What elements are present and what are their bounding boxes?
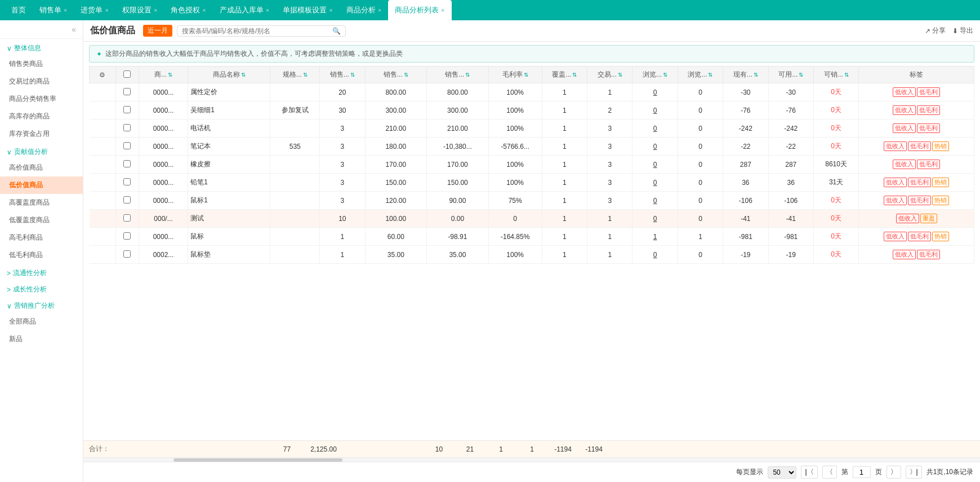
select-all-checkbox[interactable] [123, 70, 131, 78]
th-available-stock[interactable]: 可用...⇅ [768, 67, 813, 83]
sidebar-item-high-coverage[interactable]: 高覆盖度商品 [0, 194, 83, 211]
td-checkbox[interactable] [115, 120, 139, 138]
th-name[interactable]: 商品名称⇅ [188, 67, 270, 83]
browse-link[interactable]: 1 [653, 233, 657, 241]
row-checkbox[interactable] [123, 232, 131, 240]
browse-link[interactable]: 0 [653, 107, 657, 114]
td-checkbox[interactable] [115, 83, 139, 101]
search-icon[interactable]: 🔍 [332, 27, 341, 35]
browse-link[interactable]: 0 [653, 89, 657, 96]
nav-close-sales-order[interactable]: × [64, 7, 67, 14]
browse-link[interactable]: 0 [653, 251, 657, 259]
td-checkbox[interactable] [115, 101, 139, 120]
th-code[interactable]: 商...⇅ [139, 67, 188, 83]
nav-product-analysis-list[interactable]: 商品分析列表 × [388, 0, 451, 20]
td-checkbox[interactable] [115, 192, 139, 210]
th-settings[interactable]: ⚙ [90, 67, 116, 83]
nav-close-permission-settings[interactable]: × [154, 7, 157, 14]
th-sales3[interactable]: 销售...⇅ [427, 67, 489, 83]
td-trade: 1 [587, 83, 632, 101]
sidebar-item-high-inventory[interactable]: 高库存的商品 [0, 108, 83, 125]
th-spec[interactable]: 规格...⇅ [270, 67, 320, 83]
row-checkbox[interactable] [123, 178, 131, 185]
share-button[interactable]: ↗ 分享 [925, 26, 946, 36]
sidebar-item-sales-products[interactable]: 销售类商品 [0, 55, 83, 73]
sidebar-item-all-products[interactable]: 全部商品 [0, 313, 83, 330]
th-coverage[interactable]: 覆盖...⇅ [542, 67, 587, 83]
sidebar-item-category-sales-rate[interactable]: 商品分类销售率 [0, 90, 83, 108]
row-checkbox[interactable] [123, 250, 131, 258]
browse-link[interactable]: 0 [653, 179, 657, 187]
th-browse1[interactable]: 浏览...⇅ [632, 67, 678, 83]
nav-close-purchase-order[interactable]: × [105, 7, 108, 14]
page-number-input[interactable] [853, 466, 871, 478]
td-sales3: 150.00 [427, 174, 489, 192]
browse-link[interactable]: 0 [653, 197, 657, 205]
td-tags: 低收入重盈 [859, 210, 974, 228]
nav-close-role-auth[interactable]: × [202, 7, 206, 14]
nav-permission-settings[interactable]: 权限设置 × [115, 0, 164, 20]
sidebar-item-high-margin[interactable]: 高毛利商品 [0, 229, 83, 246]
browse-link[interactable]: 0 [653, 215, 657, 223]
row-checkbox[interactable] [123, 142, 131, 149]
td-checkbox[interactable] [115, 246, 139, 264]
nav-home[interactable]: 首页 [5, 0, 33, 20]
sidebar-group-title-contribution[interactable]: ∨ 贡献值分析 [0, 143, 83, 159]
td-checkbox[interactable] [115, 228, 139, 246]
sidebar-item-low-value[interactable]: 低价值商品 [0, 176, 83, 194]
nav-template-settings[interactable]: 单据模板设置 × [276, 0, 339, 20]
sidebar-item-low-coverage[interactable]: 低覆盖度商品 [0, 211, 83, 229]
nav-close-product-analysis[interactable]: × [378, 7, 381, 14]
td-checkbox[interactable] [115, 210, 139, 228]
nav-sales-order[interactable]: 销售单 × [33, 0, 74, 20]
last-page-btn[interactable]: 〉| [906, 466, 922, 479]
th-margin[interactable]: 毛利率⇅ [488, 67, 542, 83]
prev-page-btn[interactable]: 〈 [822, 466, 837, 479]
nav-product-analysis[interactable]: 商品分析 × [340, 0, 388, 20]
browse-link[interactable]: 0 [653, 125, 657, 132]
nav-role-auth[interactable]: 角色授权 × [164, 0, 212, 20]
sidebar-collapse-btn[interactable]: « [69, 23, 78, 36]
th-current-stock[interactable]: 现有...⇅ [723, 67, 768, 83]
th-browse2[interactable]: 浏览...⇅ [678, 67, 723, 83]
td-checkbox[interactable] [115, 174, 139, 192]
sidebar-item-low-margin[interactable]: 低毛利商品 [0, 246, 83, 264]
nav-purchase-order[interactable]: 进货单 × [74, 0, 115, 20]
row-checkbox[interactable] [123, 196, 131, 204]
th-sales1[interactable]: 销售...⇅ [320, 67, 365, 83]
page-label: 第 [841, 467, 848, 477]
nav-product-inbound[interactable]: 产成品入库单 × [213, 0, 276, 20]
sidebar-item-new-products[interactable]: 新品 [0, 330, 83, 348]
nav-close-product-inbound[interactable]: × [266, 7, 269, 14]
next-page-btn[interactable]: 〉 [887, 466, 901, 479]
row-checkbox[interactable] [123, 88, 131, 95]
sidebar-item-high-value[interactable]: 高价值商品 [0, 159, 83, 176]
sidebar-group-title-overall[interactable]: ∨ 整体信息 [0, 39, 83, 55]
period-button[interactable]: 近一月 [143, 25, 172, 37]
browse-link[interactable]: 0 [653, 143, 657, 151]
sidebar-group-title-marketing[interactable]: ∨ 营销推广分析 [0, 297, 83, 313]
th-tags[interactable]: 标签 [859, 67, 974, 83]
sidebar-item-traded-products[interactable]: 交易过的商品 [0, 73, 83, 90]
td-coverage: 1 [542, 246, 587, 264]
sidebar-group-title-growth[interactable]: > 成长性分析 [0, 280, 83, 297]
th-sales2[interactable]: 销售...⇅ [365, 67, 427, 83]
sidebar-item-inventory-capital[interactable]: 库存资金占用 [0, 125, 83, 143]
th-sellable-stock[interactable]: 可销...⇅ [813, 67, 858, 83]
row-checkbox[interactable] [123, 124, 131, 131]
browse-link[interactable]: 0 [653, 161, 657, 169]
th-trade[interactable]: 交易...⇅ [587, 67, 632, 83]
sidebar-group-title-circulation[interactable]: > 流通性分析 [0, 264, 83, 280]
row-checkbox[interactable] [123, 214, 131, 222]
row-checkbox[interactable] [123, 106, 131, 113]
th-checkbox[interactable] [115, 67, 139, 83]
nav-close-template-settings[interactable]: × [329, 7, 332, 14]
td-checkbox[interactable] [115, 138, 139, 156]
search-input[interactable] [182, 27, 330, 35]
td-checkbox[interactable] [115, 156, 139, 174]
first-page-btn[interactable]: |〈 [801, 466, 817, 479]
nav-close-product-analysis-list[interactable]: × [441, 7, 444, 14]
page-size-select[interactable]: 50 20 100 [768, 466, 796, 479]
export-button[interactable]: ⬇ 导出 [952, 26, 973, 36]
row-checkbox[interactable] [123, 160, 131, 167]
